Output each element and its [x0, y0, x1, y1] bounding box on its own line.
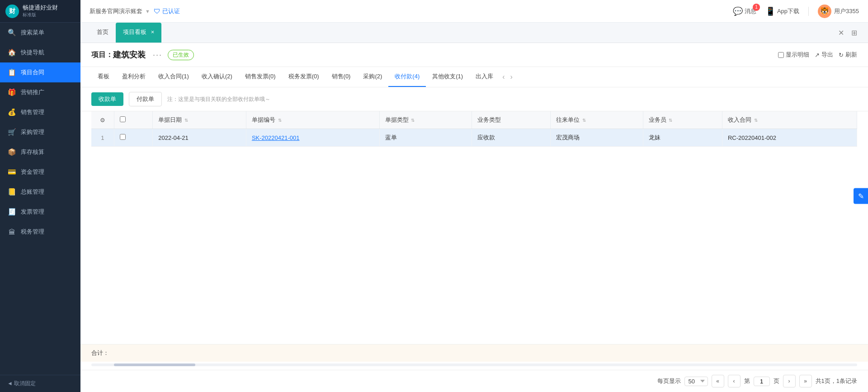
tax-icon: 🏛: [7, 227, 16, 236]
maximize-window-button[interactable]: ⊞: [849, 27, 859, 39]
sub-tab-inout[interactable]: 出入库: [469, 67, 500, 87]
col-date[interactable]: 单据日期 ⇅: [153, 111, 246, 129]
data-table: ⚙ 单据日期 ⇅ 单据编号 ⇅: [91, 111, 857, 147]
page-header: 项目： 建筑安装 ··· 已生效 显示明细 ↗ 导出 ↻ 刷新: [80, 43, 868, 67]
action-note: 注：这里是与项目关联的全部收付款单哦～: [167, 96, 270, 103]
user-menu[interactable]: 🐯 用户3355: [818, 5, 859, 18]
sidebar-item-invoice[interactable]: 🧾 发票管理: [0, 202, 80, 222]
cell-checkbox: [114, 129, 153, 147]
sidebar-item-project-contract[interactable]: 📋 项目合同: [0, 62, 80, 82]
sum-label: 合计：: [91, 349, 109, 356]
last-page-button[interactable]: »: [799, 375, 812, 387]
app-name-block: 畅捷通好业财 标准版: [23, 4, 58, 18]
sort-number-icon: ⇅: [278, 118, 282, 123]
app-download-button[interactable]: 📱 App下载: [765, 6, 799, 16]
sub-tab-tax-invoice[interactable]: 税务发票(0): [282, 67, 326, 87]
dropdown-arrow-icon: ▼: [145, 9, 150, 14]
col-income-contract[interactable]: 收入合同 ⇅: [722, 111, 857, 129]
cell-seq: 1: [91, 129, 114, 147]
topbar-left: 新服务官网演示账套 ▼ 🛡 已认证: [90, 7, 733, 15]
sub-tab-income-confirm[interactable]: 收入确认(2): [195, 67, 239, 87]
action-row: 收款单 付款单 注：这里是与项目关联的全部收付款单哦～: [80, 87, 868, 111]
page-size-select[interactable]: 50 20 100: [684, 377, 708, 386]
sidebar-item-tax[interactable]: 🏛 税务管理: [0, 222, 80, 242]
cell-number[interactable]: SK-20220421-001: [246, 129, 379, 147]
first-page-button[interactable]: «: [712, 375, 724, 387]
horizontal-scrollbar[interactable]: [80, 362, 868, 370]
col-partner[interactable]: 往来单位 ⇅: [551, 111, 643, 129]
sidebar-item-purchase[interactable]: 🛒 采购管理: [0, 122, 80, 142]
shield-icon: 🛡: [154, 7, 160, 15]
sub-tab-kanban[interactable]: 看板: [91, 67, 116, 87]
sub-tab-purchase-label: 采购(2): [363, 73, 382, 80]
close-window-button[interactable]: ✕: [836, 27, 846, 39]
payment-single-button[interactable]: 付款单: [129, 92, 162, 106]
row-checkbox[interactable]: [120, 134, 126, 140]
prev-page-button[interactable]: ‹: [728, 375, 741, 387]
sub-tab-profit[interactable]: 盈利分析: [116, 67, 152, 87]
sidebar-item-quick-nav[interactable]: 🏠 快捷导航: [0, 43, 80, 62]
sidebar-item-search[interactable]: 🔍 搜索菜单: [0, 23, 80, 43]
scrollbar-thumb[interactable]: [114, 363, 195, 366]
sidebar: 财 畅捷通好业财 标准版 🔍 搜索菜单 🏠 快捷导航 📋 项目合同 🎁 营销推广…: [0, 0, 80, 392]
app-logo: 财: [5, 5, 19, 18]
topbar: 新服务官网演示账套 ▼ 🛡 已认证 💬 消息 1 📱 App下载 🐯 用户335…: [80, 0, 868, 23]
refresh-button[interactable]: ↻ 刷新: [839, 51, 857, 59]
col-checkbox: [114, 111, 153, 129]
sidebar-item-ledger[interactable]: 📒 总账管理: [0, 182, 80, 202]
col-salesperson[interactable]: 业务员 ⇅: [643, 111, 722, 129]
sort-income-contract-icon: ⇅: [754, 118, 758, 123]
scrollbar-track: [91, 363, 857, 366]
tab-home[interactable]: 首页: [90, 23, 116, 43]
next-page-button[interactable]: ›: [783, 375, 796, 387]
sidebar-item-capital[interactable]: 💳 资金管理: [0, 162, 80, 182]
sidebar-item-marketing[interactable]: 🎁 营销推广: [0, 82, 80, 102]
show-detail-input[interactable]: [778, 52, 784, 58]
more-options-button[interactable]: ···: [153, 50, 162, 60]
tab-project-board[interactable]: 项目看板 ×: [116, 23, 161, 43]
sidebar-item-inventory[interactable]: 📦 库存核算: [0, 142, 80, 162]
select-all-checkbox[interactable]: [120, 116, 126, 122]
export-button[interactable]: ↗ 导出: [815, 51, 833, 59]
demo-account-text: 新服务官网演示账套: [90, 7, 142, 15]
sub-nav-next-icon[interactable]: ›: [507, 73, 515, 81]
sub-tab-purchase[interactable]: 采购(2): [357, 67, 388, 87]
col-settings[interactable]: ⚙: [91, 111, 114, 129]
sub-tab-sales[interactable]: 销售(0): [326, 67, 357, 87]
unpin-button[interactable]: ◄ 取消固定: [0, 375, 80, 392]
tab-bar: 首页 项目看板 × ✕ ⊞: [80, 23, 868, 43]
sub-tab-receipt[interactable]: 收付款(4): [388, 67, 426, 87]
sub-tab-tax-invoice-label: 税务发票(0): [288, 73, 319, 80]
sub-tab-receipt-label: 收付款(4): [395, 73, 420, 80]
gift-icon: 🎁: [7, 88, 16, 97]
col-date-label: 单据日期: [158, 116, 182, 123]
table-row[interactable]: 1 2022-04-21 SK-20220421-001 蓝单 应收款 宏茂商场…: [91, 129, 857, 147]
sidebar-item-sales[interactable]: 💰 销售管理: [0, 102, 80, 122]
sidebar-item-label: 项目合同: [21, 68, 44, 76]
sub-tab-income-contract[interactable]: 收入合同(1): [152, 67, 195, 87]
sub-tab-sales-invoice[interactable]: 销售发票(0): [239, 67, 282, 87]
topbar-divider: [808, 7, 809, 16]
sub-nav-prev-icon[interactable]: ‹: [500, 73, 507, 81]
tool-panel-icon: ✎: [858, 192, 864, 201]
col-salesperson-label: 业务员: [649, 116, 666, 123]
sort-salesperson-icon: ⇅: [669, 118, 672, 123]
app-edition: 标准版: [23, 12, 58, 18]
sidebar-item-label: 总账管理: [21, 188, 44, 196]
receipt-single-button[interactable]: 收款单: [91, 92, 123, 106]
tab-close-icon[interactable]: ×: [151, 29, 155, 35]
page-number-input[interactable]: [754, 377, 770, 386]
sidebar-item-label: 税务管理: [21, 228, 44, 236]
col-number[interactable]: 单据编号 ⇅: [246, 111, 379, 129]
message-button[interactable]: 💬 消息 1: [733, 6, 756, 16]
receipt-number-link[interactable]: SK-20220421-001: [252, 134, 300, 141]
main-area: 新服务官网演示账套 ▼ 🛡 已认证 💬 消息 1 📱 App下载 🐯 用户335…: [80, 0, 868, 392]
settings-icon[interactable]: ⚙: [100, 117, 105, 124]
right-tool-panel-button[interactable]: ✎: [854, 188, 868, 204]
col-type[interactable]: 单据类型 ⇅: [379, 111, 472, 129]
card-icon: 💳: [7, 167, 16, 177]
sub-tab-other-expense[interactable]: 其他收支(1): [426, 67, 469, 87]
show-detail-checkbox[interactable]: 显示明细: [778, 51, 809, 59]
demo-account-badge[interactable]: 新服务官网演示账套 ▼: [90, 7, 150, 15]
col-income-contract-label: 收入合同: [728, 116, 751, 123]
